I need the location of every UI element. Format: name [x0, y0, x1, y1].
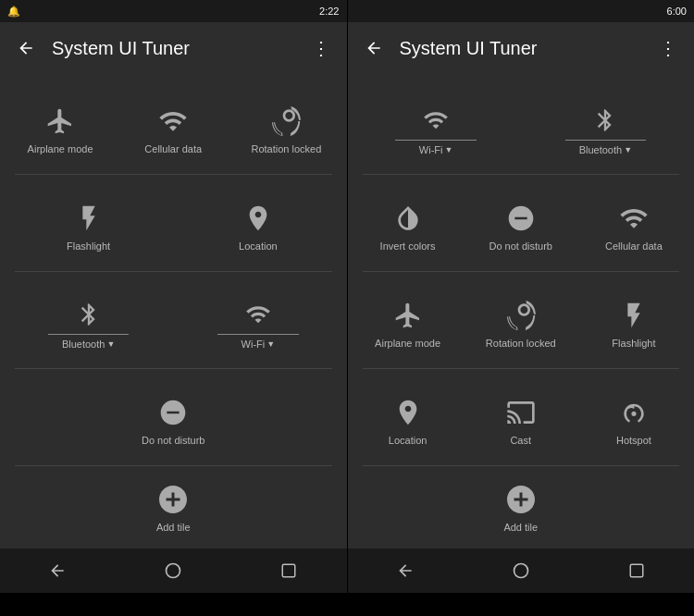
divider-4-right: [363, 465, 680, 466]
more-button-left[interactable]: ⋮: [303, 30, 340, 67]
divider-4-left: [15, 465, 332, 466]
tile-location-label-right: Location: [389, 435, 428, 447]
rotation-icon-right: [502, 297, 539, 334]
hotspot-icon-right: [615, 394, 652, 431]
tile-cast-right[interactable]: Cast: [465, 380, 577, 454]
add-tile-label-left: Add tile: [156, 522, 191, 534]
divider-2-right: [363, 271, 680, 272]
tile-hotspot-label-right: Hotspot: [616, 435, 651, 447]
tile-grid-row1-left: Airplane mode Cellular data Rotation loc…: [0, 81, 347, 170]
tile-grid-row2-right: Invert colors Do not disturb Cellular da…: [348, 179, 695, 267]
status-notification-icon: 🔔: [7, 6, 20, 18]
home-nav-right[interactable]: [502, 552, 539, 589]
tile-hotspot-right[interactable]: Hotspot: [577, 380, 690, 454]
tile-airplane-label-left: Airplane mode: [28, 143, 93, 155]
cellular-icon-right: [615, 200, 652, 237]
divider-1-right: [363, 174, 680, 175]
tile-grid-row3-left: Bluetooth ▼ Wi-Fi ▼: [0, 276, 347, 364]
svg-point-0: [167, 564, 180, 578]
status-bar-left: 🔔 2:22: [0, 0, 347, 22]
tile-rotation-label-right: Rotation locked: [486, 338, 556, 350]
nav-bars: [0, 548, 694, 593]
toolbar-title-right: System UI Tuner: [392, 38, 651, 59]
panel-right: System UI Tuner ⋮ Wi-Fi ▼: [348, 22, 695, 548]
tile-flashlight-right[interactable]: Flashlight: [577, 283, 690, 357]
back-nav-left[interactable]: [39, 552, 76, 589]
tile-airplane-left[interactable]: Airplane mode: [4, 89, 117, 163]
airplane-icon: [42, 103, 79, 140]
tile-grid-row3-right: Airplane mode Rotation locked Flashlight: [348, 276, 695, 364]
plus-icon-left: [155, 481, 192, 518]
bluetooth-icon-right: [565, 104, 647, 141]
dnd-icon-left: [155, 394, 192, 431]
tile-bluetooth-right[interactable]: Bluetooth ▼: [521, 89, 690, 163]
tile-grid-row2-left: Flashlight Location: [0, 179, 347, 267]
tile-flashlight-label-left: Flashlight: [67, 240, 110, 253]
svg-rect-1: [282, 564, 295, 577]
tile-rotation-left[interactable]: Rotation locked: [229, 89, 342, 163]
location-icon-left: [240, 200, 277, 237]
status-time-right: 6:00: [667, 6, 687, 17]
add-tile-label-right: Add tile: [503, 522, 538, 534]
svg-point-2: [514, 564, 527, 578]
home-nav-left[interactable]: [155, 552, 192, 589]
tile-flashlight-left[interactable]: Flashlight: [4, 186, 173, 260]
tile-wifi-left[interactable]: Wi-Fi ▼: [173, 283, 342, 357]
rotation-icon-left: [267, 103, 304, 140]
recent-nav-right[interactable]: [618, 552, 655, 589]
tile-wifi-right[interactable]: Wi-Fi ▼: [352, 89, 521, 163]
nav-bar-left: [0, 548, 348, 593]
wifi-icon-right: [395, 104, 477, 141]
divider-3-right: [363, 368, 680, 369]
tile-dnd-right[interactable]: Do not disturb: [465, 186, 577, 260]
status-bar-right: 6:00: [347, 0, 695, 22]
recent-nav-left[interactable]: [270, 552, 307, 589]
panel-left: System UI Tuner ⋮ Airplane mode: [0, 22, 348, 548]
tile-dnd-label-right: Do not disturb: [490, 240, 552, 253]
toolbar-right: System UI Tuner ⋮: [348, 22, 695, 74]
tile-wifi-label-right: Wi-Fi ▼: [419, 144, 453, 155]
airplane-icon-right: [390, 297, 427, 334]
flashlight-icon-left: [70, 200, 107, 237]
flashlight-icon-right: [615, 297, 652, 334]
tile-dnd-label-left: Do not disturb: [142, 435, 204, 447]
tile-grid-row4-left: Do not disturb: [116, 373, 230, 462]
tile-airplane-right[interactable]: Airplane mode: [352, 283, 465, 357]
back-nav-right[interactable]: [387, 552, 424, 589]
location-icon-right: [390, 394, 427, 431]
tile-airplane-label-right: Airplane mode: [375, 338, 440, 350]
divider-2-left: [15, 271, 332, 272]
divider-3-left: [15, 368, 332, 369]
tile-cellular-left[interactable]: Cellular data: [117, 89, 229, 163]
tile-rotation-right[interactable]: Rotation locked: [465, 283, 577, 357]
plus-icon-right: [502, 481, 539, 518]
add-tile-right[interactable]: Add tile: [348, 470, 695, 541]
tile-location-left[interactable]: Location: [173, 186, 342, 260]
cast-icon-right: [502, 394, 539, 431]
more-button-right[interactable]: ⋮: [650, 30, 687, 67]
toolbar-left: System UI Tuner ⋮: [0, 22, 347, 74]
status-time-left: 2:22: [319, 6, 339, 17]
tile-cast-label-right: Cast: [510, 435, 531, 447]
tile-bluetooth-left[interactable]: Bluetooth ▼: [4, 283, 173, 357]
back-button-right[interactable]: [355, 30, 392, 67]
toolbar-title-left: System UI Tuner: [44, 38, 303, 59]
add-tile-left[interactable]: Add tile: [0, 470, 347, 541]
dnd-icon-right: [502, 200, 539, 237]
nav-bar-right: [348, 548, 695, 593]
invert-icon-right: [390, 200, 427, 237]
tile-dnd-left[interactable]: Do not disturb: [119, 380, 227, 454]
back-button-left[interactable]: [7, 30, 44, 67]
tile-location-right[interactable]: Location: [352, 380, 465, 454]
tiles-area-right: Wi-Fi ▼ Bluetooth ▼: [348, 74, 695, 548]
tile-cellular-right[interactable]: Cellular data: [577, 186, 690, 260]
tile-wifi-label-left: Wi-Fi ▼: [242, 339, 276, 350]
tile-cellular-label-left: Cellular data: [144, 143, 202, 155]
cellular-icon-left: [155, 103, 192, 140]
tile-invert-right[interactable]: Invert colors: [352, 186, 465, 260]
tiles-area-left: Airplane mode Cellular data Rotation loc…: [0, 74, 347, 548]
tile-grid-row4-right: Location Cast Hotspot: [348, 373, 695, 462]
divider-1-left: [15, 174, 332, 175]
tile-location-label-left: Location: [239, 240, 278, 253]
tile-invert-label-right: Invert colors: [380, 240, 436, 253]
